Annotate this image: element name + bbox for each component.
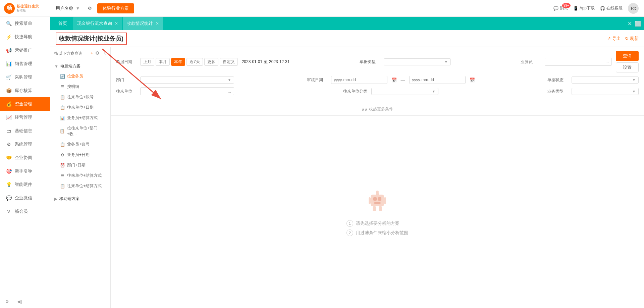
sidebar-item-purchase[interactable]: 🛒采购管理 bbox=[0, 70, 50, 84]
preset-last-7-days[interactable]: 近7天 bbox=[186, 58, 203, 66]
query-btn[interactable]: 查询 bbox=[616, 51, 639, 61]
sidebar-item-guide[interactable]: 🎯新手引导 bbox=[0, 164, 50, 178]
scheme-item-partner-settle1-icon: ☰ bbox=[60, 173, 65, 178]
settings-bottom-icon[interactable]: ⚙ bbox=[3, 298, 12, 305]
tab-collection-stats[interactable]: 收款情况统计 ✕ bbox=[123, 17, 163, 30]
sidebar-item-inventory[interactable]: 📦库存核算 bbox=[0, 84, 50, 97]
preset-this-month[interactable]: 本月 bbox=[156, 58, 170, 66]
sidebar-nav: 🔍搜索菜单⚡快捷导航📢营销推广📊销售管理🛒采购管理📦库存核算💰资金管理📈经营管理… bbox=[0, 17, 50, 295]
breadcrumb[interactable]: 用户名称 ▼ bbox=[56, 5, 80, 11]
sidebar-item-marketing[interactable]: 📢营销推广 bbox=[0, 44, 50, 57]
service-btn[interactable]: 🎧 在线客服 bbox=[600, 5, 623, 11]
user-avatar[interactable]: Rit bbox=[628, 3, 639, 14]
nav-label-hardware: 智能硬件 bbox=[15, 182, 32, 188]
message-btn[interactable]: 💬 消息 99+ bbox=[553, 5, 568, 11]
scheme-item-dept-date[interactable]: ⏰ 部门+日期 bbox=[50, 160, 110, 170]
scheme-group-mobile[interactable]: ▶ 移动端方案 bbox=[50, 194, 110, 204]
sidebar-item-quick-nav[interactable]: ⚡快捷导航 bbox=[0, 30, 50, 44]
scheme-group-pc-label: 电脑端方案 bbox=[60, 63, 80, 69]
partner-category-select[interactable]: ▼ bbox=[371, 88, 438, 95]
partner-more-btn[interactable]: ... bbox=[228, 89, 231, 94]
scheme-item-dept-date-label: 部门+日期 bbox=[67, 162, 86, 168]
nav-icon-enterprise: 🤝 bbox=[5, 154, 12, 161]
tab-close-all-icon[interactable]: ✕ bbox=[628, 20, 632, 27]
review-date-start[interactable] bbox=[331, 76, 387, 84]
left-panel-collapse-btn[interactable]: 《 bbox=[102, 50, 106, 56]
left-panel-add-btn[interactable]: + bbox=[91, 50, 93, 56]
svg-rect-2 bbox=[378, 197, 381, 201]
sidebar-item-operation[interactable]: 📈经营管理 bbox=[0, 111, 50, 124]
nav-icon-operation: 📈 bbox=[5, 114, 12, 121]
breadcrumb-arrow: ▼ bbox=[76, 6, 80, 11]
sidebar-item-basic[interactable]: 🗃基础信息 bbox=[0, 124, 50, 138]
voucher-type-select[interactable]: ▼ bbox=[384, 58, 451, 65]
scheme-item-partner-dept[interactable]: 📋 按往来单位+部门+收... bbox=[50, 123, 110, 139]
action-buttons: 查询 设置 bbox=[616, 51, 639, 72]
svg-rect-3 bbox=[374, 202, 381, 204]
empty-robot-icon bbox=[364, 188, 391, 215]
sidebar-item-enterprise[interactable]: 🤝企业协同 bbox=[0, 151, 50, 164]
app-download-btn[interactable]: 📱 App下载 bbox=[573, 5, 595, 11]
nav-label-quick-nav: 快捷导航 bbox=[15, 34, 32, 40]
sidebar-item-wechat[interactable]: 💬企业微信 bbox=[0, 191, 50, 205]
scheme-item-partner-settle1[interactable]: ☰ 往来单位+结算方式 bbox=[50, 170, 110, 181]
scheme-item-partner-settle2-label: 往来单位+结算方式 bbox=[67, 183, 102, 189]
scheme-item-by-salesman[interactable]: 🔄 按业务员 bbox=[50, 71, 110, 82]
preset-custom[interactable]: 自定义 bbox=[220, 58, 238, 66]
collapse-bottom-icon[interactable]: ◀‖ bbox=[14, 298, 25, 305]
nav-icon-finance: 💰 bbox=[5, 101, 12, 107]
right-panel: 单据日期 上月 本月 本年 近7天 更多 自定义 2023-01-01 至 bbox=[111, 47, 644, 308]
scheme-group-pc[interactable]: ▼ 电脑端方案 bbox=[50, 61, 110, 71]
tab-home[interactable]: 首页 bbox=[53, 17, 72, 30]
sidebar-item-sales[interactable]: 📊销售管理 bbox=[0, 57, 50, 70]
scheme-item-salesman-settle-icon: 📊 bbox=[60, 115, 65, 121]
voucher-status-select[interactable]: ▼ bbox=[572, 76, 639, 84]
scheme-item-partner-account[interactable]: 📋 往来单位+账号 bbox=[50, 92, 110, 102]
gear-icon-topbar[interactable]: ⚙ bbox=[88, 6, 92, 11]
calendar-start-icon[interactable]: 📅 bbox=[391, 78, 397, 83]
left-panel-header: 按以下方案查询 + ⚙ 《 bbox=[50, 47, 110, 60]
tab-collection-stats-close[interactable]: ✕ bbox=[156, 21, 159, 26]
scheme-item-salesman-settle[interactable]: 📊 业务员+结算方式 bbox=[50, 113, 110, 123]
collapse-bar-label: 收起更多条件 bbox=[369, 106, 393, 112]
dept-select[interactable]: ▼ bbox=[140, 76, 234, 84]
filter-settings-btn[interactable]: 设置 bbox=[616, 62, 639, 72]
left-panel-settings-btn[interactable]: ⚙ bbox=[95, 50, 100, 56]
review-date-end[interactable] bbox=[409, 76, 466, 84]
nav-icon-purchase: 🛒 bbox=[5, 74, 12, 81]
svg-rect-9 bbox=[379, 206, 382, 211]
empty-tip-1: 1 请先选择要分析的方案 bbox=[346, 220, 408, 227]
svg-rect-1 bbox=[373, 197, 377, 201]
scheme-item-salesman-date[interactable]: ⚙ 业务员+日期 bbox=[50, 150, 110, 160]
scheme-item-salesman-account[interactable]: 📋 业务员+账号 bbox=[50, 139, 110, 150]
export-btn[interactable]: ↗ 导出 bbox=[607, 36, 621, 42]
preset-more[interactable]: 更多 bbox=[204, 58, 218, 66]
scheme-item-partner-settle2[interactable]: 📋 往来单位+结算方式 bbox=[50, 181, 110, 191]
collapse-bar[interactable]: ∧∧ 收起更多条件 bbox=[111, 103, 644, 116]
scheme-item-partner-account-icon: 📋 bbox=[60, 95, 65, 100]
calendar-end-icon[interactable]: 📅 bbox=[470, 78, 475, 83]
svg-rect-6 bbox=[369, 197, 371, 204]
content-area: 按以下方案查询 + ⚙ 《 ▼ 电脑端方案 🔄 按业务员 bbox=[50, 47, 644, 308]
sidebar-item-system[interactable]: ⚙系统管理 bbox=[0, 138, 50, 151]
nav-icon-marketing: 📢 bbox=[5, 47, 12, 54]
sidebar-item-search[interactable]: 🔍搜索菜单 bbox=[0, 17, 50, 30]
partner-select[interactable]: ... bbox=[140, 87, 234, 95]
salesman-more-btn[interactable]: ... bbox=[605, 59, 609, 64]
voucher-type-label: 单据类型 bbox=[360, 59, 380, 65]
refresh-btn[interactable]: ↻ 刷新 bbox=[625, 36, 639, 42]
sidebar-item-finance[interactable]: 💰资金管理 bbox=[0, 97, 50, 111]
sidebar-item-member[interactable]: V畅会员 bbox=[0, 205, 50, 218]
scheme-item-by-detail[interactable]: ☰ 按明细 bbox=[50, 82, 110, 92]
refresh-label: 刷新 bbox=[630, 36, 639, 42]
trial-btn[interactable]: 体验行业方案 bbox=[97, 3, 134, 13]
business-type-select[interactable]: ▼ bbox=[572, 88, 639, 95]
salesman-select[interactable]: ... bbox=[545, 58, 612, 66]
tab-bank-flow[interactable]: 现金银行流水查询 ✕ bbox=[73, 17, 122, 30]
preset-last-month[interactable]: 上月 bbox=[140, 58, 154, 66]
preset-this-year[interactable]: 本年 bbox=[171, 58, 185, 66]
sidebar-item-hardware[interactable]: 💡智能硬件 bbox=[0, 178, 50, 191]
tab-maximize-icon[interactable]: ⬜ bbox=[635, 20, 641, 27]
tab-bank-flow-close[interactable]: ✕ bbox=[115, 21, 118, 26]
scheme-item-partner-date[interactable]: 📋 往来单位+日期 bbox=[50, 102, 110, 113]
